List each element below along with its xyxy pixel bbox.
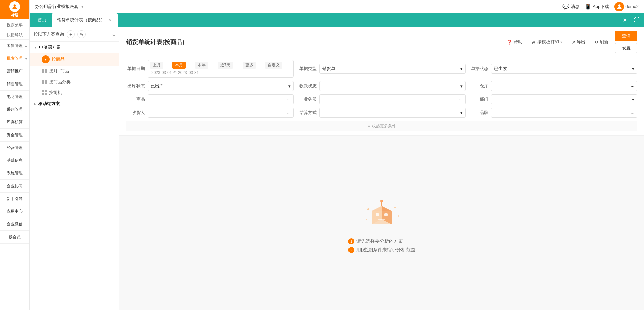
brand-input[interactable]: ··· <box>491 108 637 118</box>
date-this-year[interactable]: 本年 <box>195 62 208 69</box>
dots-icon4: ··· <box>287 110 291 115</box>
tree-mobile-expand-icon: ▶ <box>34 102 36 106</box>
close-window-button[interactable]: ✕ <box>620 15 629 25</box>
date-7days[interactable]: 近7天 <box>218 62 233 69</box>
salesman-label: 业务员 <box>298 96 317 102</box>
sidebar-item-purchase[interactable]: 采购管理 <box>0 103 29 116</box>
filter-row-4: 收货人 ··· 结算方式 ▾ 品牌 <box>126 108 637 118</box>
sidebar-item-inventory[interactable]: 库存核算 <box>0 116 29 129</box>
page-title: 销货单统计表(按商品) <box>126 38 184 46</box>
chevron-down-icon: ▾ <box>460 66 463 71</box>
dept-label: 部门 <box>470 96 488 102</box>
svg-point-22 <box>394 207 396 208</box>
svg-point-24 <box>366 219 367 220</box>
help-button[interactable]: ❓ 帮助 <box>504 38 525 46</box>
tab-report[interactable]: 销货单统计表（按商品） ✕ <box>52 13 118 27</box>
maximize-window-button[interactable]: ⛶ <box>632 15 641 25</box>
tree-mobile-section[interactable]: ▶ 移动端方案 <box>30 98 119 109</box>
sidebar-item-enterprise[interactable]: 企业协同 <box>0 180 29 193</box>
svg-point-21 <box>367 208 369 210</box>
page-actions: ❓ 帮助 🖨 按模板打印 ▾ ↗ 导出 ↻ 刷新 <box>504 31 637 53</box>
empty-tip-2: 2 用[过滤]条件来缩小分析范围 <box>348 247 415 253</box>
sidebar-item-apps[interactable]: 应用中心 <box>0 205 29 218</box>
sidebar-item-search[interactable]: 搜索菜单 <box>0 19 29 30</box>
top-header: 办公用品行业模拟账套 ▾ 💬 消息 📱 App下载 demo2 <box>30 0 644 13</box>
date-picker[interactable]: 上月 本月 本年 近7天 更多 自定义 2023-03-01 至 2023-03… <box>148 60 294 78</box>
product-input[interactable]: ··· <box>148 94 294 104</box>
tree-pc-section[interactable]: ▼ 电脑端方案 <box>30 42 119 53</box>
payment-status-selector[interactable]: ▾ <box>319 81 466 91</box>
settlement-input[interactable]: ▾ <box>319 108 466 118</box>
sidebar-item-member[interactable]: 畅会员 <box>0 231 29 244</box>
consignee-label: 收货人 <box>126 110 145 116</box>
tab-close-icon[interactable]: ✕ <box>107 17 112 23</box>
sidebar-item-quicknav[interactable]: 快捷导航 <box>0 30 29 40</box>
filter-doc-status-item: 单据状态 已生效 ▾ <box>470 60 637 78</box>
user-avatar[interactable]: demo2 <box>614 2 639 11</box>
scheme-icon-grid2 <box>42 79 47 85</box>
svg-point-23 <box>398 215 399 217</box>
filter-row-1: 单据日期 上月 本月 本年 近7天 更多 自定义 2023-03-01 至 20… <box>126 60 637 78</box>
filter-row-2: 出库状态 已出库 ▾ 收款状态 ▾ 仓库 <box>126 81 637 91</box>
export-button[interactable]: ↗ 导出 <box>569 38 588 46</box>
sidebar-item-wholesale[interactable]: 批发管理 ▾ <box>0 52 29 65</box>
date-label: 单据日期 <box>126 66 145 72</box>
workspace-selector[interactable]: 办公用品行业模拟账套 ▾ <box>35 4 83 10</box>
dept-input[interactable]: ▾ <box>491 94 637 104</box>
doc-status-selector[interactable]: 已生效 ▾ <box>491 64 637 74</box>
stock-status-selector[interactable]: 已出库 ▾ <box>148 81 294 91</box>
tab-home[interactable]: 首页 <box>32 13 52 27</box>
tree-item-by-product[interactable]: ● 按商品 <box>30 53 119 66</box>
date-this-month[interactable]: 本月 <box>172 62 186 69</box>
settings-button[interactable]: 设置 <box>615 43 637 53</box>
left-panel-header: 按以下方案查询 + ✎ « <box>30 27 119 42</box>
message-button[interactable]: 💬 消息 <box>562 3 579 10</box>
date-range-text: 2023-03-01 至 2023-03-31 <box>151 70 199 76</box>
salesman-input[interactable]: ··· <box>319 94 466 104</box>
sidebar-item-guide[interactable]: 新手引导 <box>0 193 29 205</box>
query-button[interactable]: 查询 <box>615 31 637 41</box>
add-scheme-button[interactable]: + <box>67 30 75 38</box>
tree-item-by-category[interactable]: 按商品分类 <box>30 76 119 87</box>
consignee-input[interactable]: ··· <box>148 108 294 118</box>
sidebar-item-sales[interactable]: 销售管理 <box>0 78 29 91</box>
sidebar-item-ecommerce[interactable]: 电商管理 <box>0 91 29 103</box>
sidebar-item-system[interactable]: 系统管理 <box>0 167 29 180</box>
chevron-down-icon3: ▾ <box>288 84 291 89</box>
sidebar-item-retail[interactable]: 零售管理 ▸ <box>0 40 29 52</box>
logo-icon <box>9 1 20 12</box>
sidebar-item-finance[interactable]: 资金管理 <box>0 129 29 142</box>
print-button[interactable]: 🖨 按模板打印 ▾ <box>529 38 565 46</box>
refresh-button[interactable]: ↻ 刷新 <box>592 38 611 46</box>
warehouse-input[interactable]: ··· <box>491 81 637 91</box>
dots-icon: ··· <box>631 84 634 89</box>
sidebar-item-operation[interactable]: 经营管理 <box>0 142 29 154</box>
product-label: 商品 <box>126 96 145 102</box>
empty-tip-1: 1 请先选择要分析的方案 <box>348 238 415 244</box>
date-more[interactable]: 更多 <box>243 62 256 69</box>
collapse-panel-button[interactable]: « <box>112 32 115 37</box>
date-last-month[interactable]: 上月 <box>150 62 163 69</box>
refresh-icon: ↻ <box>595 40 598 45</box>
chevron-down-icon4: ▾ <box>460 84 463 89</box>
tree-expand-icon: ▼ <box>34 46 37 49</box>
svg-rect-20 <box>378 219 385 220</box>
doc-type-selector[interactable]: 销货单 ▾ <box>319 64 466 74</box>
workspace-name: 办公用品行业模拟账套 <box>35 4 78 10</box>
svg-rect-18 <box>376 213 379 216</box>
sidebar-item-marketing[interactable]: 营销推广 <box>0 65 29 78</box>
sidebar: 标题 搜索菜单 快捷导航 零售管理 ▸ 批发管理 ▾ 营销推广 销售管理 电商管… <box>0 0 30 310</box>
workspace-dropdown-icon: ▾ <box>81 4 83 9</box>
collapse-filter-button[interactable]: ∧ 收起更多条件 <box>126 121 637 131</box>
app-download-button[interactable]: 📱 App下载 <box>585 3 609 10</box>
edit-scheme-button[interactable]: ✎ <box>77 30 86 38</box>
content-area: 按以下方案查询 + ✎ « ▼ 电脑端方案 ● 按商品 <box>30 27 644 310</box>
print-dropdown-icon: ▾ <box>560 40 562 44</box>
sidebar-item-basic[interactable]: 基础信息 <box>0 154 29 167</box>
tree-item-by-month-product[interactable]: 按月+商品 <box>30 66 119 76</box>
sidebar-item-wechat[interactable]: 企业微信 <box>0 218 29 231</box>
tree-item-by-driver[interactable]: 按司机 <box>30 87 119 98</box>
chevron-down-icon5: ▾ <box>632 97 634 102</box>
filter-doc-type-item: 单据类型 销货单 ▾ <box>298 60 466 78</box>
date-custom[interactable]: 自定义 <box>265 62 282 69</box>
